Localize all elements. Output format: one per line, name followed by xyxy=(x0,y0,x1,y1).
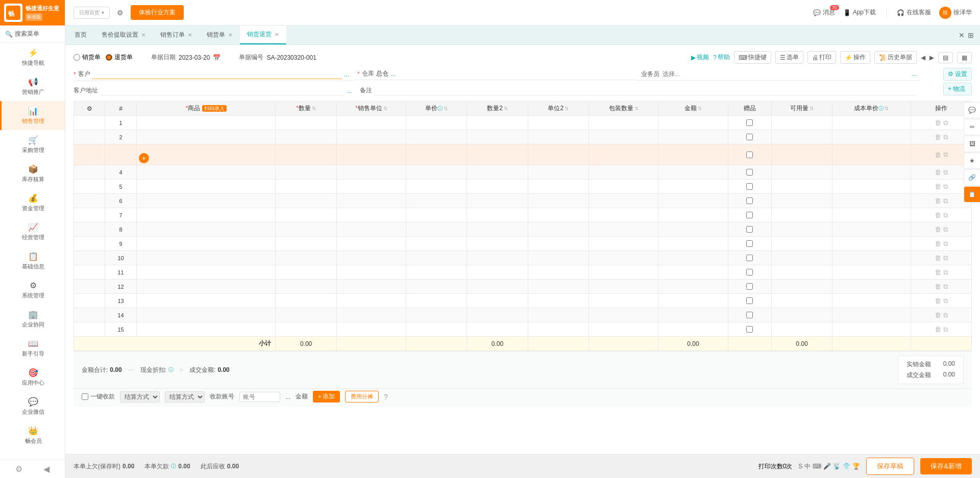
row-pkg-cell[interactable] xyxy=(589,194,658,208)
settlement-select[interactable]: 结算方式 xyxy=(120,391,160,402)
sidebar-item-enterprise[interactable]: 🏢 企业协同 xyxy=(0,305,65,334)
row-actions-cell[interactable]: 🗑 ⧉ xyxy=(911,208,971,222)
row-gift-cell[interactable] xyxy=(728,194,771,208)
row-unit-cell[interactable] xyxy=(336,130,406,144)
radio-sale[interactable] xyxy=(74,54,80,61)
add-row-btn[interactable]: + xyxy=(139,153,149,163)
row-qty2-cell[interactable] xyxy=(467,130,528,144)
copy-row-icon[interactable]: ⧉ xyxy=(943,283,948,291)
row-cost-cell[interactable] xyxy=(832,116,911,130)
row-amount-cell[interactable] xyxy=(658,180,728,194)
row-pkg-cell[interactable] xyxy=(589,165,658,180)
gift-checkbox[interactable] xyxy=(746,326,753,333)
radio-sale-item[interactable]: 销货单 xyxy=(74,53,101,62)
list-view-icon[interactable]: ▦ xyxy=(957,52,972,63)
row-amount-cell[interactable] xyxy=(658,251,728,265)
customer-dots[interactable]: ... xyxy=(344,71,349,78)
row-product-cell[interactable] xyxy=(136,294,276,308)
row-price-cell[interactable] xyxy=(406,130,467,144)
s-icon2[interactable]: 中 xyxy=(804,462,811,471)
logistics-btn[interactable]: + 物流 xyxy=(943,83,972,95)
row-avail-cell[interactable] xyxy=(771,130,832,144)
row-unit2-cell[interactable] xyxy=(528,237,589,251)
sidebar-item-sales[interactable]: 📊 销售管理 xyxy=(0,101,65,130)
row-cost-cell[interactable] xyxy=(832,194,911,208)
row-qty-cell[interactable] xyxy=(276,265,336,280)
copy-row-icon[interactable]: ⧉ xyxy=(943,133,948,141)
row-avail-cell[interactable] xyxy=(771,280,832,294)
copy-row-icon[interactable]: ⧉ xyxy=(943,325,948,334)
next-icon[interactable]: ▶ xyxy=(929,54,934,61)
row-qty2-cell[interactable] xyxy=(467,180,528,194)
row-pkg-cell[interactable] xyxy=(589,265,658,280)
row-gift-cell[interactable] xyxy=(728,294,771,308)
row-price-cell[interactable] xyxy=(406,237,467,251)
help-btn[interactable]: ? 帮助 xyxy=(713,53,730,62)
delete-row-icon[interactable]: 🗑 xyxy=(935,133,941,141)
row-amount-cell[interactable] xyxy=(658,237,728,251)
settings-side-btn[interactable]: ⚙ 设置 xyxy=(943,68,972,81)
radio-return[interactable] xyxy=(106,54,112,61)
float-active-btn[interactable]: 📋 xyxy=(964,186,980,203)
row-gift-cell[interactable] xyxy=(728,208,771,222)
gift-checkbox[interactable] xyxy=(746,269,753,275)
copy-row-icon[interactable]: ⧉ xyxy=(943,211,948,219)
row-unit-cell[interactable] xyxy=(336,222,406,237)
row-unit-cell[interactable] xyxy=(336,208,406,222)
row-qty2-cell[interactable] xyxy=(467,294,528,308)
trial-button[interactable]: 体验行业方案 xyxy=(131,5,184,20)
row-qty2-cell[interactable] xyxy=(467,222,528,237)
business-selector[interactable]: 日用百货 ▾ xyxy=(74,7,110,19)
row-avail-cell[interactable] xyxy=(771,294,832,308)
select-btn[interactable]: ☰ 选单 xyxy=(775,51,803,64)
row-cost-cell[interactable] xyxy=(832,165,911,180)
s-icon7[interactable]: 🏆 xyxy=(852,463,860,470)
delete-row-icon[interactable]: 🗑 xyxy=(935,311,941,319)
one-click-checkbox[interactable] xyxy=(82,393,88,400)
row-amount-cell[interactable] xyxy=(658,322,728,337)
gift-checkbox[interactable] xyxy=(746,152,753,158)
copy-row-icon[interactable]: ⧉ xyxy=(943,183,948,191)
row-actions-cell[interactable]: 🗑 ⧉ xyxy=(911,144,971,165)
delete-row-icon[interactable]: 🗑 xyxy=(935,254,941,262)
tab-sale-price[interactable]: 售价提取设置 ✕ xyxy=(94,26,153,44)
row-pkg-cell[interactable] xyxy=(589,251,658,265)
row-unit2-cell[interactable] xyxy=(528,280,589,294)
row-gift-cell[interactable] xyxy=(728,222,771,237)
row-unit2-cell[interactable] xyxy=(528,208,589,222)
delete-row-icon[interactable]: 🗑 xyxy=(935,183,941,190)
row-qty-cell[interactable] xyxy=(276,208,336,222)
row-avail-cell[interactable] xyxy=(771,237,832,251)
delete-row-icon[interactable]: 🗑 xyxy=(935,119,941,127)
row-amount-cell[interactable] xyxy=(658,294,728,308)
row-unit-cell[interactable] xyxy=(336,165,406,180)
row-gift-cell[interactable] xyxy=(728,144,771,165)
row-qty-cell[interactable] xyxy=(276,130,336,144)
customer-input[interactable] xyxy=(92,69,342,79)
gift-checkbox[interactable] xyxy=(746,283,753,290)
row-actions-cell[interactable]: 🗑 ⧉ xyxy=(911,180,971,194)
row-cost-cell[interactable] xyxy=(832,265,911,280)
row-pkg-cell[interactable] xyxy=(589,116,658,130)
topbar-gear-icon[interactable]: ⚙ xyxy=(114,6,127,20)
copy-row-icon[interactable]: ⧉ xyxy=(943,119,948,127)
row-avail-cell[interactable] xyxy=(771,116,832,130)
delete-row-icon[interactable]: 🗑 xyxy=(935,151,941,159)
row-avail-cell[interactable] xyxy=(771,308,832,322)
close-tab-icon[interactable]: ✕ xyxy=(959,31,965,39)
row-product-cell[interactable] xyxy=(136,237,276,251)
sidebar-item-guide[interactable]: 📖 新手引导 xyxy=(0,334,65,363)
row-unit2-cell[interactable] xyxy=(528,322,589,337)
row-actions-cell[interactable]: 🗑 ⧉ xyxy=(911,130,971,144)
row-actions-cell[interactable]: 🗑 ⧉ xyxy=(911,294,971,308)
remark-input[interactable] xyxy=(374,86,917,95)
row-price-cell[interactable] xyxy=(406,208,467,222)
gift-checkbox[interactable] xyxy=(746,297,753,304)
delete-row-icon[interactable]: 🗑 xyxy=(935,283,941,290)
row-product-cell[interactable] xyxy=(136,308,276,322)
add-payment-btn[interactable]: + 添加 xyxy=(313,391,340,402)
row-qty-cell[interactable] xyxy=(276,251,336,265)
row-qty-cell[interactable] xyxy=(276,144,336,165)
row-qty2-cell[interactable] xyxy=(467,308,528,322)
row-actions-cell[interactable]: 🗑 ⧉ xyxy=(911,265,971,280)
